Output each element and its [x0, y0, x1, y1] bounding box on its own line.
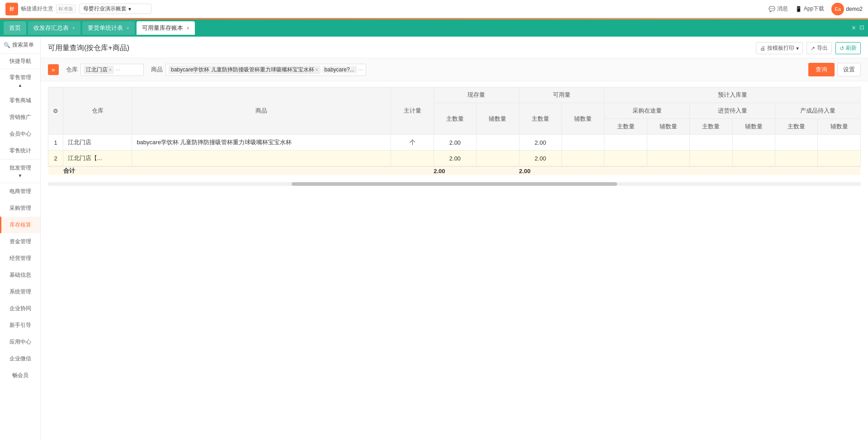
sidebar-item-basic-info[interactable]: 基础信息: [0, 267, 40, 283]
sidebar-item-operations[interactable]: 经营管理: [0, 250, 40, 267]
refresh-btn[interactable]: ↺ 刷新: [835, 42, 861, 54]
col-available-header: 可用量: [519, 87, 604, 103]
row2-stock-main: 2.00: [434, 151, 476, 167]
tab-order-close[interactable]: ×: [127, 26, 129, 31]
warehouse-more-icon[interactable]: ···: [116, 66, 120, 73]
sidebar-item-label: 系统管理: [9, 288, 31, 296]
sidebar-item-wholesale-mgmt[interactable]: 批发管理 ▼: [0, 160, 40, 183]
sidebar-item-app-center[interactable]: 应用中心: [0, 334, 40, 350]
tab-available-inventory[interactable]: 可用量库存账本 ×: [137, 21, 195, 35]
close-all-tabs-btn[interactable]: ×: [852, 24, 856, 32]
tab-home[interactable]: 首页: [4, 21, 26, 35]
row2-avail-main: 2.00: [519, 151, 561, 167]
sidebar-item-marketing[interactable]: 营销推广: [0, 109, 40, 126]
logo-area: 好 畅捷通好生意 标准版: [5, 3, 75, 15]
row1-product: babycare学饮杯 儿童防摔防撞吸管杯重力球吸嘴杯宝宝水杯: [132, 135, 391, 151]
row1-incoming-aux: [732, 135, 775, 151]
product-filter-label: 商品: [151, 66, 163, 74]
app-download-action[interactable]: 📱 App下载: [795, 5, 824, 13]
active-indicator: [0, 217, 1, 233]
message-action[interactable]: 💬 消息: [769, 5, 788, 13]
scroll-area: [41, 180, 868, 189]
col-planned-inbound-header: 预计入库量: [604, 87, 861, 103]
settings-icon: ⚙: [53, 108, 58, 114]
query-btn[interactable]: 查询: [808, 63, 835, 76]
export-label: 导出: [817, 44, 828, 52]
footer-label: 合计: [63, 166, 132, 175]
main-layout: 🔍 搜索菜单 快捷导航 零售管理 ▲ 零售商城 营销推广 会员中心 零售统计: [0, 37, 868, 439]
page-container: 可用量查询(按仓库+商品) 🖨 按模板打印 ▾ ↗ 导出 ↺ 刷新: [41, 37, 868, 439]
tab-order-label: 要货单统计表: [88, 24, 123, 32]
sidebar-item-label: 零售统计: [9, 147, 31, 155]
settings-btn[interactable]: 设置: [837, 63, 861, 76]
sidebar-item-vip-member[interactable]: 畅会员: [0, 367, 40, 384]
app-icon: 📱: [795, 6, 802, 12]
col-settings[interactable]: ⚙: [48, 87, 63, 135]
footer-empty2: [132, 166, 391, 175]
sidebar-item-retail-mall[interactable]: 零售商城: [0, 92, 40, 109]
footer-stock-aux: [476, 166, 519, 175]
tab-receipt-summary[interactable]: 收发存汇总表 ×: [28, 21, 80, 35]
sidebar-quick-nav[interactable]: 快捷导航: [0, 54, 40, 69]
sidebar-item-enterprise-wechat[interactable]: 企业微信: [0, 350, 40, 367]
row2-unit: [391, 151, 434, 167]
col-stock-main-header: 主数量: [434, 103, 476, 135]
sidebar-item-retail-stats[interactable]: 零售统计: [0, 142, 40, 159]
sidebar-group-wholesale: 批发管理 ▼: [0, 160, 40, 183]
warehouse-filter-input[interactable]: 江北门店 × ···: [80, 64, 144, 76]
scroll-track[interactable]: [48, 182, 861, 186]
refresh-label: 刷新: [846, 44, 857, 52]
col-product-header: 商品: [132, 87, 391, 135]
chevron-down-icon: ▾: [128, 6, 131, 12]
footer-purchase-aux: [647, 166, 689, 175]
user-profile[interactable]: Ea demo2: [831, 3, 863, 15]
quick-nav-label: 快捷导航: [9, 58, 31, 64]
warehouse-tag-remove[interactable]: ×: [109, 67, 112, 72]
sidebar-item-label: 基础信息: [9, 271, 31, 279]
top-bar: 好 畅捷通好生意 标准版 母婴行业演示账套 ▾ 💬 消息 📱 App下载 Ea …: [0, 0, 868, 18]
row2-stock-aux: [476, 151, 519, 167]
sidebar-item-new-guide[interactable]: 新手引导: [0, 317, 40, 334]
sidebar-item-inventory[interactable]: 库存核算: [0, 217, 40, 233]
filter-expand-btn[interactable]: »: [48, 64, 59, 75]
sidebar-item-purchase[interactable]: 采购管理: [0, 200, 40, 217]
filter-actions: 查询 设置: [808, 63, 861, 76]
tab-inventory-close[interactable]: ×: [187, 26, 189, 31]
col-production-aux-header: 辅数量: [818, 119, 861, 135]
col-avail-aux-header: 辅数量: [561, 103, 604, 135]
sidebar-item-system-mgmt[interactable]: 系统管理: [0, 283, 40, 300]
col-warehouse-header: 仓库: [63, 87, 132, 135]
sidebar-item-member[interactable]: 会员中心: [0, 126, 40, 142]
sidebar-item-ecommerce[interactable]: 电商管理: [0, 183, 40, 200]
sidebar-search[interactable]: 🔍 搜索菜单: [0, 37, 40, 54]
footer-purchase-main: [604, 166, 647, 175]
print-btn[interactable]: 🖨 按模板打印 ▾: [756, 42, 803, 54]
product-filter-tag2: babycare?...: [322, 66, 357, 73]
product-more-icon[interactable]: ···: [359, 66, 363, 73]
footer-empty1: [48, 166, 63, 175]
row2-incoming-aux: [732, 151, 775, 167]
sidebar-item-retail-mgmt[interactable]: 零售管理 ▲: [0, 69, 40, 92]
printer-icon: 🖨: [760, 45, 765, 52]
tab-receipt-close[interactable]: ×: [72, 26, 75, 31]
warehouse-filter-group: 仓库 江北门店 × ···: [66, 64, 144, 76]
company-select[interactable]: 母婴行业演示账套 ▾: [79, 4, 151, 14]
print-chevron-icon: ▾: [796, 45, 799, 52]
inventory-table: ⚙ 仓库 商品 主计量 现存量 可用量 预计入库量 主数量 辅数量: [48, 87, 861, 175]
col-incoming-pending-header: 进货待入量: [690, 103, 775, 119]
scroll-thumb[interactable]: [292, 182, 617, 186]
tab-order-stats[interactable]: 要货单统计表 ×: [82, 21, 135, 35]
footer-production-aux: [818, 166, 861, 175]
row1-avail-aux: [561, 135, 604, 151]
footer-production-main: [775, 166, 818, 175]
row1-avail-main: 2.00: [519, 135, 561, 151]
product-filter-input[interactable]: babycare学饮杯 儿童防摔防撞吸管杯重力球吸嘴杯宝宝水杯 × babyca…: [165, 64, 366, 76]
minimize-btn[interactable]: ⊡: [859, 24, 864, 32]
export-btn[interactable]: ↗ 导出: [807, 42, 832, 54]
tab-bar-actions: × ⊡: [852, 24, 864, 32]
sidebar-item-enterprise-collab[interactable]: 企业协同: [0, 300, 40, 317]
top-bar-left: 好 畅捷通好生意 标准版 母婴行业演示账套 ▾: [5, 3, 151, 15]
sidebar-item-finance[interactable]: 资金管理: [0, 233, 40, 250]
row1-stock-main: 2.00: [434, 135, 476, 151]
product-tag1-remove[interactable]: ×: [316, 67, 318, 72]
